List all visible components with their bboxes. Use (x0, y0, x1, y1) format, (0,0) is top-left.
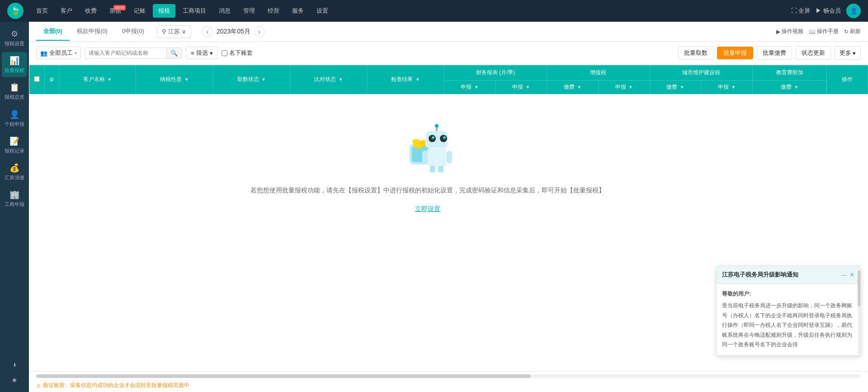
video-tutorial-btn[interactable]: ▶ 操作视频 (776, 28, 803, 35)
filter-icon[interactable]: ▼ (731, 85, 736, 90)
sidebar-item-tax-overview[interactable]: 📋 报税总览 (2, 79, 27, 104)
batch-fetch-btn[interactable]: 批量取数 (678, 46, 713, 60)
sidebar-item-tax-settings[interactable]: ⚙ 报税设置 (2, 25, 27, 50)
nav-settings[interactable]: 设置 (311, 4, 334, 18)
filter-icon[interactable]: ▼ (261, 77, 266, 82)
th-checkbox[interactable] (29, 65, 45, 94)
nav-manage[interactable]: 管理 (238, 4, 260, 18)
filter-icon[interactable]: ▼ (474, 85, 479, 90)
nav-invoice[interactable]: 票据 NEW (104, 4, 127, 18)
refresh-icon: ↻ (844, 29, 849, 35)
avatar[interactable]: 👤 (846, 4, 861, 18)
checkbox-input[interactable] (222, 50, 227, 56)
th-settings[interactable]: ⚙ (45, 65, 59, 94)
refresh-btn[interactable]: ↻ 刷新 (844, 28, 861, 35)
nav-message[interactable]: 消息 (213, 4, 236, 18)
filter-icon[interactable]: ▼ (794, 85, 798, 90)
chart-icon: 📊 (9, 56, 19, 66)
th-education-surcharge: 教育费附加 (753, 65, 827, 81)
employee-icon: 👥 (40, 50, 47, 57)
batch-pay-btn[interactable]: 批量缴费 (757, 46, 792, 60)
member-btn[interactable]: ▶ 畅会员 (816, 7, 841, 15)
filter-icon[interactable]: ▼ (628, 85, 633, 90)
sidebar-label-personal-tax: 个税申报 (5, 121, 24, 127)
sidebar-item-batch-tax[interactable]: 📊 批量报税 (2, 52, 27, 77)
nav-tax[interactable]: 报税 (153, 4, 175, 18)
search-button[interactable]: 🔍 (166, 48, 182, 58)
nav-service[interactable]: 服务 (287, 4, 309, 18)
filter-icon[interactable]: ▼ (526, 85, 530, 90)
svg-point-14 (435, 124, 439, 128)
nav-customer[interactable]: 客户 (55, 4, 78, 18)
manual-btn[interactable]: 📖 操作手册 (809, 28, 839, 35)
filter-icon[interactable]: ▼ (184, 77, 189, 82)
sidebar-item-tax-record[interactable]: 📝 报税记录 (2, 133, 27, 158)
svg-rect-15 (427, 148, 447, 167)
nav-bookkeeping[interactable]: 记账 (128, 4, 151, 18)
filter-icon[interactable]: ▼ (680, 85, 684, 90)
tab-tax-declare[interactable]: 税款申报(0) (70, 23, 115, 41)
setup-link[interactable]: 立即设置 (415, 205, 440, 213)
more-btn[interactable]: 更多 ▾ (835, 46, 861, 60)
prev-month-btn[interactable]: ‹ (202, 26, 213, 37)
sidebar-label-annual-report: 工商年报 (5, 201, 24, 207)
region-selector[interactable]: ⚲ 江苏 ∨ (157, 25, 191, 38)
filter-icon[interactable]: ▼ (107, 77, 112, 82)
data-table: ⚙ 客户名称 ▼ 纳税性质 ▼ 取数状态 ▼ 比对状态 ▼ 检查结果 ▼ 财务报… (29, 65, 868, 240)
robot-illustration (401, 121, 455, 176)
sidebar-item-annual-settlement[interactable]: 💰 汇算清缴 (2, 159, 27, 184)
fullscreen-btn[interactable]: ⛶ 全屏 (791, 7, 811, 15)
person-icon: 👤 (9, 110, 19, 120)
tab-zero-declare[interactable]: 0申报(0) (115, 23, 151, 41)
subsidiary-accounts-checkbox[interactable]: 名下账套 (222, 49, 253, 57)
sidebar-item-annual-report[interactable]: 🏢 工商年报 (2, 186, 27, 211)
th-financial-report: 财务报表 (月/季) (444, 65, 547, 81)
employee-label: 全部员工 (49, 49, 73, 57)
status-update-btn[interactable]: 状态更新 (796, 46, 831, 60)
notification-scrollbar[interactable] (858, 266, 860, 355)
th-vat-pay: 缴费 ▼ (547, 81, 599, 94)
sidebar-user-btn[interactable]: ◉ (2, 373, 27, 387)
notification-body: 尊敬的用户: 受当前电子税务局进一步升级的影响，同一个政务网账号（办税人）名下的… (717, 284, 860, 355)
nav-home[interactable]: 首页 (31, 4, 53, 18)
th-customer-name: 客户名称 ▼ (59, 65, 136, 94)
tab-all[interactable]: 全部(0) (36, 23, 70, 41)
search-input[interactable] (85, 48, 166, 58)
filter-button[interactable]: ≡ 筛选 ▾ (186, 47, 218, 59)
select-all-checkbox[interactable] (34, 76, 40, 82)
toolbar-left: 👥 全部员工 ▾ 🔍 ≡ 筛选 ▾ 名下账套 (36, 47, 675, 59)
sidebar-item-personal-tax[interactable]: 👤 个税申报 (2, 106, 27, 131)
nav-operation[interactable]: 经营 (262, 4, 285, 18)
notification-panel: 江苏电子税务局升级影响通知 — ✕ 尊敬的用户: 受当前电子税务局进一步升级的影… (716, 266, 861, 356)
employee-selector[interactable]: 👥 全部员工 ▾ (36, 47, 81, 59)
svg-point-12 (443, 136, 446, 139)
batch-declare-btn[interactable]: 批量申报 (717, 47, 753, 59)
video-icon: ▶ (776, 29, 780, 35)
nav-fee[interactable]: 收费 (80, 4, 102, 18)
region-label: 江苏 (168, 28, 180, 36)
filter-icon[interactable]: ▼ (338, 77, 343, 82)
new-badge: NEW (113, 5, 126, 10)
empty-state-cell: 若您想使用批量报税功能，请先在【报税设置】中进行报税的初始化设置，完成密码验证和… (29, 94, 827, 241)
next-month-btn[interactable]: › (254, 26, 265, 37)
chevron-down-icon: ▾ (75, 51, 77, 56)
app-logo[interactable]: 🍃 (7, 3, 24, 19)
user-circle-icon: ◉ (12, 377, 17, 383)
notification-minimize-btn[interactable]: — (841, 272, 847, 278)
svg-rect-16 (422, 151, 428, 163)
horizontal-scrollbar[interactable] (36, 374, 861, 378)
note-icon: 📝 (9, 136, 19, 146)
filter-icon[interactable]: ▼ (577, 85, 581, 90)
sidebar-label-tax-settings: 报税设置 (5, 41, 24, 47)
filter-icon[interactable]: ▼ (415, 77, 420, 82)
chevron-down-icon: ∨ (182, 28, 186, 35)
notification-close-btn[interactable]: ✕ (849, 271, 855, 278)
th-financial-declare: 申报 ▼ (444, 81, 495, 94)
cani-text: CANI (7, 347, 26, 355)
svg-rect-19 (438, 166, 443, 172)
warning-icon: ⚠ (36, 382, 41, 389)
nav-business[interactable]: 工商项目 (177, 4, 212, 18)
region-icon: ⚲ (162, 28, 166, 35)
search-box: 🔍 (85, 48, 182, 59)
empty-state: 若您想使用批量报税功能，请先在【报税设置】中进行报税的初始化设置，完成密码验证和… (29, 94, 827, 240)
